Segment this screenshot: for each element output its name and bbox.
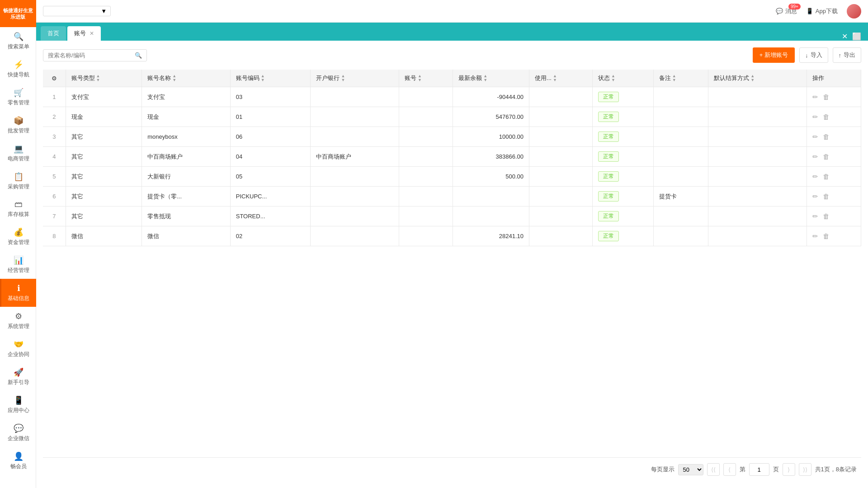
page-input[interactable] bbox=[749, 463, 769, 476]
edit-icon[interactable]: ✏ bbox=[812, 173, 818, 181]
sidebar-item-purchase[interactable]: 📋 采购管理 bbox=[0, 167, 36, 195]
remark-sort-icon: ▲▼ bbox=[672, 74, 676, 82]
sidebar-item-retail[interactable]: 🛒 零售管理 bbox=[0, 83, 36, 111]
edit-icon[interactable]: ✏ bbox=[812, 133, 818, 141]
delete-icon[interactable]: 🗑 bbox=[823, 133, 830, 141]
col-bank-header[interactable]: 开户银行 ▲▼ bbox=[311, 70, 399, 87]
tab-account-close[interactable]: ✕ bbox=[90, 30, 94, 37]
tab-account[interactable]: 账号 ✕ bbox=[67, 26, 101, 41]
toolbar-actions: + 新增账号 ↓ 导入 ↑ 导出 bbox=[753, 47, 861, 63]
col-type-header[interactable]: 账号类型 ▲▼ bbox=[66, 70, 142, 87]
usage-sort-icon: ▲▼ bbox=[553, 74, 557, 82]
maximize-icon[interactable]: ⬜ bbox=[852, 32, 861, 41]
col-status-header[interactable]: 状态 ▲▼ bbox=[593, 70, 654, 87]
wholesale-icon: 📦 bbox=[14, 116, 24, 126]
account-sort-icon: ▲▼ bbox=[418, 74, 422, 82]
row-account bbox=[399, 226, 453, 246]
sidebar-item-basic-info[interactable]: ℹ 基础信息 bbox=[0, 279, 36, 307]
pagination: 每页显示 50 100 200 ⟨⟨ ⟨ 第 页 ⟩ ⟩⟩ 共1页，8条记录 bbox=[43, 457, 861, 481]
col-settings[interactable]: ⚙ bbox=[43, 70, 66, 87]
per-page-select[interactable]: 50 100 200 bbox=[678, 464, 703, 475]
per-page-label: 每页显示 bbox=[651, 465, 675, 474]
sidebar-item-operations[interactable]: 📊 经营管理 bbox=[0, 251, 36, 279]
delete-icon[interactable]: 🗑 bbox=[823, 113, 830, 121]
row-usage bbox=[529, 127, 593, 147]
delete-icon[interactable]: 🗑 bbox=[823, 192, 830, 201]
sidebar-item-label: 新手引导 bbox=[8, 379, 29, 386]
topbar-search-box[interactable]: ▼ bbox=[43, 6, 111, 16]
delete-icon[interactable]: 🗑 bbox=[823, 232, 830, 240]
col-code-header[interactable]: 账号编码 ▲▼ bbox=[230, 70, 311, 87]
col-usage-header[interactable]: 使用... ▲▼ bbox=[529, 70, 593, 87]
delete-icon[interactable]: 🗑 bbox=[823, 212, 830, 221]
col-default-payment-header[interactable]: 默认结算方式 ▲▼ bbox=[708, 70, 807, 87]
sidebar-item-membership[interactable]: 👤 畅会员 bbox=[0, 447, 36, 475]
delete-icon[interactable]: 🗑 bbox=[823, 153, 830, 161]
next-page-button[interactable]: ⟩ bbox=[783, 463, 795, 476]
edit-icon[interactable]: ✏ bbox=[812, 93, 818, 101]
sidebar-item-collaboration[interactable]: 🤝 企业协同 bbox=[0, 335, 36, 363]
ecommerce-icon: 💻 bbox=[14, 144, 24, 154]
delete-icon[interactable]: 🗑 bbox=[823, 93, 830, 101]
edit-icon[interactable]: ✏ bbox=[812, 153, 818, 161]
content-search-input[interactable] bbox=[48, 52, 132, 59]
col-name-header[interactable]: 账号名称 ▲▼ bbox=[142, 70, 230, 87]
close-window-icon[interactable]: ✕ bbox=[842, 32, 848, 41]
sidebar-item-enterprise-wechat[interactable]: 💬 企业微信 bbox=[0, 419, 36, 447]
collaboration-icon: 🤝 bbox=[14, 339, 24, 349]
sidebar-item-wholesale[interactable]: 📦 批发管理 bbox=[0, 111, 36, 139]
row-balance: 383866.00 bbox=[453, 147, 529, 167]
table-row: 8 微信 微信 02 28241.10 正常 ✏ 🗑 bbox=[43, 226, 861, 246]
settings-icon: ⚙ bbox=[52, 75, 57, 82]
export-button[interactable]: ↑ 导出 bbox=[833, 47, 862, 63]
basic-info-icon: ℹ bbox=[17, 283, 20, 293]
messages-button[interactable]: 💬 消息 99+ bbox=[776, 7, 797, 15]
add-account-button[interactable]: + 新增账号 bbox=[753, 47, 795, 63]
guide-icon: 🚀 bbox=[14, 367, 24, 377]
page-unit: 页 bbox=[773, 465, 779, 474]
col-balance-header[interactable]: 最新余额 ▲▼ bbox=[453, 70, 529, 87]
sidebar-item-inventory[interactable]: 🗃 库存核算 bbox=[0, 195, 36, 223]
import-button[interactable]: ↓ 导入 bbox=[799, 47, 828, 63]
sidebar-item-guide[interactable]: 🚀 新手引导 bbox=[0, 363, 36, 391]
first-page-button[interactable]: ⟨⟨ bbox=[707, 463, 720, 476]
sidebar-item-finance[interactable]: 💰 资金管理 bbox=[0, 223, 36, 251]
col-remark-header[interactable]: 备注 ▲▼ bbox=[653, 70, 708, 87]
topbar-search-icon: ▼ bbox=[101, 8, 107, 14]
edit-icon[interactable]: ✏ bbox=[812, 232, 818, 240]
tab-home[interactable]: 首页 bbox=[41, 26, 66, 41]
topbar: ▼ 💬 消息 99+ 📱 App下载 bbox=[36, 0, 868, 23]
sidebar-item-system[interactable]: ⚙ 系统管理 bbox=[0, 307, 36, 335]
app-download-button[interactable]: 📱 App下载 bbox=[806, 7, 838, 15]
row-no: 3 bbox=[43, 127, 66, 147]
sidebar-item-quicknav[interactable]: ⚡ 快捷导航 bbox=[0, 55, 36, 83]
content-search-box[interactable]: 🔍 bbox=[43, 49, 147, 61]
code-sort-icon: ▲▼ bbox=[261, 74, 265, 82]
topbar-search-input[interactable] bbox=[47, 8, 101, 14]
sidebar-item-label: 库存核算 bbox=[8, 211, 29, 218]
edit-icon[interactable]: ✏ bbox=[812, 192, 818, 201]
sidebar-item-label: 系统管理 bbox=[8, 323, 29, 330]
edit-icon[interactable]: ✏ bbox=[812, 212, 818, 221]
row-type: 其它 bbox=[66, 206, 142, 226]
row-balance: 547670.00 bbox=[453, 107, 529, 127]
sidebar-item-app-center[interactable]: 📱 应用中心 bbox=[0, 391, 36, 419]
sidebar-item-ecommerce[interactable]: 💻 电商管理 bbox=[0, 139, 36, 167]
last-page-button[interactable]: ⟩⟩ bbox=[799, 463, 811, 476]
row-status: 正常 bbox=[593, 87, 654, 107]
tabbar-actions: ✕ ⬜ bbox=[835, 32, 868, 41]
messages-badge: 99+ bbox=[788, 4, 801, 9]
tab-home-label: 首页 bbox=[47, 29, 59, 38]
sidebar-item-search[interactable]: 🔍 搜索菜单 bbox=[0, 27, 36, 55]
prev-page-button[interactable]: ⟨ bbox=[723, 463, 736, 476]
col-account-header[interactable]: 账号 ▲▼ bbox=[399, 70, 453, 87]
table-row: 1 支付宝 支付宝 03 -90444.00 正常 ✏ 🗑 bbox=[43, 87, 861, 107]
row-usage bbox=[529, 147, 593, 167]
edit-icon[interactable]: ✏ bbox=[812, 113, 818, 121]
user-avatar[interactable] bbox=[847, 4, 861, 19]
row-status: 正常 bbox=[593, 226, 654, 246]
delete-icon[interactable]: 🗑 bbox=[823, 173, 830, 181]
row-code: 01 bbox=[230, 107, 311, 127]
row-remark bbox=[653, 107, 708, 127]
row-account bbox=[399, 127, 453, 147]
